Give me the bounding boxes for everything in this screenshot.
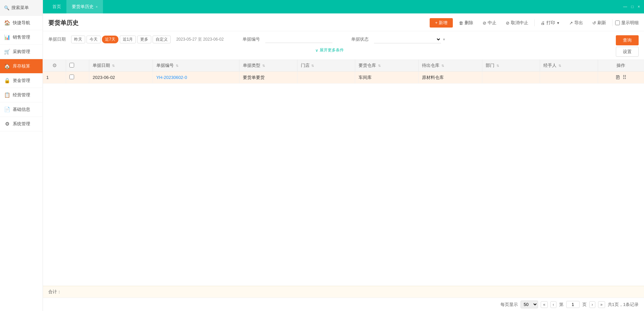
first-page-btn[interactable]: « xyxy=(541,301,548,308)
date-btn-近1月[interactable]: 近1月 xyxy=(120,36,136,43)
th-code-sort-icon[interactable]: ⇅ xyxy=(176,64,178,68)
per-page-select[interactable]: 50 100 200 xyxy=(521,301,538,308)
expand-more-btn[interactable]: ∨ 展开更多条件 xyxy=(48,46,610,54)
date-btn-近7天[interactable]: 近7天 xyxy=(102,36,118,43)
export-button[interactable]: ↗ 导出 xyxy=(566,18,586,28)
status-select[interactable] xyxy=(374,35,441,43)
sidebar-label-operations: 经营管理 xyxy=(13,92,30,98)
date-filter-label: 单据日期 xyxy=(48,36,66,42)
display-detail-checkbox[interactable] xyxy=(615,20,620,25)
table-row[interactable]: 1 2023-06-02 YH-20230602-0 要货单要货 车间库 原材料… xyxy=(43,72,644,84)
page-input[interactable] xyxy=(566,301,580,308)
th-handler-label: 经手人 xyxy=(543,63,556,68)
cell-dept-0 xyxy=(482,72,540,84)
sidebar-search-label: 搜索菜单 xyxy=(11,5,29,11)
delete-button[interactable]: 🗑 删除 xyxy=(455,18,477,28)
th-date-sort-icon[interactable]: ⇅ xyxy=(112,64,115,68)
window-minimize-btn[interactable]: — xyxy=(623,4,627,9)
per-page-label: 每页显示 xyxy=(500,302,518,308)
cell-type-0: 要货单要货 xyxy=(239,72,297,84)
toolbar: + 新增 🗑 删除 ⊘ 中止 ⊘ 取消中止 🖨 打印 xyxy=(430,18,639,28)
th-op-label: 操作 xyxy=(616,63,625,68)
last-page-btn[interactable]: » xyxy=(598,301,605,308)
th-from-wh-sort-icon[interactable]: ⇅ xyxy=(378,64,381,68)
topbar-right: — □ × xyxy=(623,4,640,9)
toolbar-divider-1 xyxy=(534,19,535,26)
sidebar-label-finance: 资金管理 xyxy=(13,78,30,84)
sidebar-label-home: 快捷导航 xyxy=(13,20,30,26)
cell-date-0: 2023-06-02 xyxy=(89,72,153,84)
stop-icon: ⊘ xyxy=(483,20,486,26)
sidebar-item-basic[interactable]: 📄基础信息 xyxy=(0,102,43,117)
system-icon: ⚙ xyxy=(4,121,10,127)
sidebar-item-sales[interactable]: 📊销售管理 xyxy=(0,30,43,45)
tab-close-icon[interactable]: × xyxy=(96,5,98,9)
sidebar-search[interactable]: 🔍 搜索菜单 xyxy=(0,0,43,16)
row-more-icon-0[interactable]: ⠿ xyxy=(623,74,627,81)
cancel-stop-button[interactable]: ⊘ 取消中止 xyxy=(502,18,532,28)
date-btn-昨天[interactable]: 昨天 xyxy=(71,36,85,43)
delete-button-label: 删除 xyxy=(465,20,473,26)
tab-home-label: 首页 xyxy=(52,4,61,10)
th-to-wh-sort-icon[interactable]: ⇅ xyxy=(441,64,444,68)
row-view-icon-0[interactable]: 🖹 xyxy=(615,75,621,81)
sidebar-item-finance[interactable]: 🔒资金管理 xyxy=(0,74,43,88)
date-btn-更多[interactable]: 更多 xyxy=(137,36,151,43)
display-detail-label: 显示明细 xyxy=(621,20,639,26)
table-settings-icon[interactable]: ⚙ xyxy=(52,62,57,68)
sidebar-item-inventory[interactable]: 🏠库存核算 xyxy=(0,59,43,74)
new-button-label: + 新增 xyxy=(435,20,447,26)
cell-to-wh-0: 原材料仓库 xyxy=(419,72,482,84)
window-close-btn[interactable]: × xyxy=(638,4,640,9)
sidebar-label-system: 系统管理 xyxy=(13,121,30,127)
next-page-btn[interactable]: › xyxy=(589,301,595,308)
code-link-0[interactable]: YH-20230602-0 xyxy=(156,75,187,80)
th-store: 门店 ⇅ xyxy=(297,60,355,72)
filter-row-1: 单据日期 昨天今天近7天近1月更多自定义 2023-05-27 至 2023-0… xyxy=(48,35,610,43)
th-type-sort-icon[interactable]: ⇅ xyxy=(262,64,265,68)
new-button[interactable]: + 新增 xyxy=(430,18,453,28)
th-dept-sort-icon[interactable]: ⇅ xyxy=(496,64,499,68)
th-to-wh-label: 待出仓库 xyxy=(422,63,439,68)
query-button[interactable]: 查询 xyxy=(616,35,639,45)
date-btn-自定义[interactable]: 自定义 xyxy=(153,36,171,43)
th-op: 操作 xyxy=(598,60,644,72)
sidebar-item-purchase[interactable]: 🛒采购管理 xyxy=(0,45,43,59)
delete-icon: 🗑 xyxy=(459,20,463,26)
filter-bar: 单据日期 昨天今天近7天近1月更多自定义 2023-05-27 至 2023-0… xyxy=(43,31,644,60)
print-button-label: 打印 xyxy=(546,20,555,26)
sidebar-item-home[interactable]: 🏠快捷导航 xyxy=(0,16,43,30)
prev-page-btn[interactable]: ‹ xyxy=(550,301,556,308)
doc-number-label: 单据编号 xyxy=(243,36,260,42)
th-to-wh: 待出仓库 ⇅ xyxy=(419,60,482,72)
toolbar-divider-2 xyxy=(612,19,612,26)
th-store-sort-icon[interactable]: ⇅ xyxy=(311,64,314,68)
select-all-checkbox[interactable] xyxy=(69,63,74,68)
th-handler-sort-icon[interactable]: ⇅ xyxy=(558,64,561,68)
date-btn-今天[interactable]: 今天 xyxy=(87,36,101,43)
tab-active[interactable]: 要货单历史 × xyxy=(66,0,103,13)
stop-button[interactable]: ⊘ 中止 xyxy=(479,18,500,28)
status-dropdown-icon: ▼ xyxy=(442,38,446,41)
print-icon: 🖨 xyxy=(541,20,545,26)
refresh-button[interactable]: ↺ 刷新 xyxy=(589,18,609,28)
expand-more-icon: ∨ xyxy=(315,48,318,53)
settings-button[interactable]: 设置 xyxy=(616,47,639,57)
window-maximize-btn[interactable]: □ xyxy=(631,4,634,9)
th-checkbox xyxy=(66,60,89,72)
th-type: 单据类型 ⇅ xyxy=(239,60,297,72)
table-wrapper: ⚙ 单据日期 ⇅ 单据编号 ⇅ xyxy=(43,60,644,286)
sidebar-item-operations[interactable]: 📋经营管理 xyxy=(0,88,43,102)
row-checkbox-0[interactable] xyxy=(69,75,74,79)
tab-home[interactable]: 首页 xyxy=(47,0,66,13)
th-date: 单据日期 ⇅ xyxy=(89,60,153,72)
sidebar: 🔍 搜索菜单 🏠快捷导航📊销售管理🛒采购管理🏠库存核算🔒资金管理📋经营管理📄基础… xyxy=(0,0,43,311)
doc-number-input[interactable] xyxy=(265,36,332,43)
print-button[interactable]: 🖨 打印 ▼ xyxy=(537,18,563,28)
sidebar-item-system[interactable]: ⚙系统管理 xyxy=(0,117,43,131)
date-filter-buttons: 昨天今天近7天近1月更多自定义 xyxy=(71,36,171,43)
tab-active-label: 要货单历史 xyxy=(72,4,94,10)
home-icon: 🏠 xyxy=(4,20,10,26)
finance-icon: 🔒 xyxy=(4,78,10,84)
page-title: 要货单历史 xyxy=(48,19,78,27)
